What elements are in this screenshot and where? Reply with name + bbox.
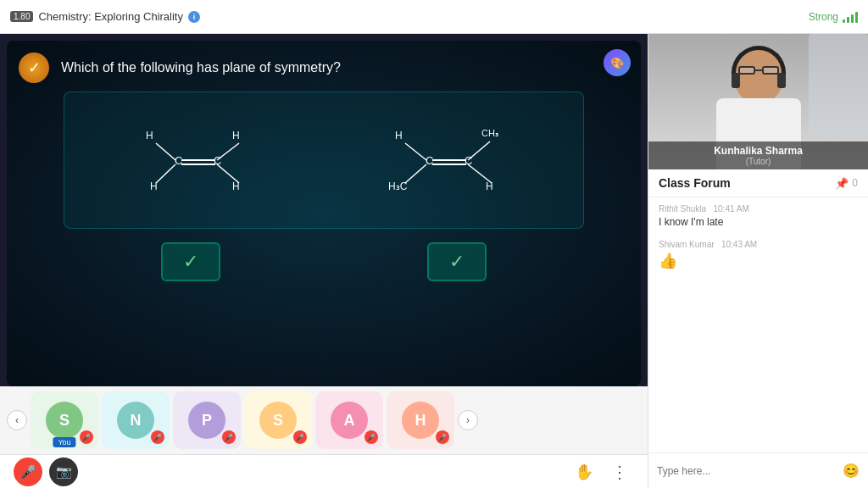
mic-button[interactable]: 🎤	[14, 458, 42, 486]
question-text: Which of the following has plane of symm…	[61, 60, 341, 75]
svg-line-11	[217, 164, 239, 183]
pin-icon: 📌	[835, 177, 849, 190]
participant-tile: H 🎤	[387, 391, 454, 449]
tutor-role: (Tutor)	[655, 157, 861, 166]
top-bar-left: 1.80 Chemistry: Exploring Chirality i	[10, 10, 200, 23]
svg-line-20	[405, 143, 426, 160]
forum-input-row[interactable]: 😊	[648, 452, 868, 488]
svg-line-23	[468, 164, 492, 183]
message-meta: Shivam Kumar 10:43 AM	[659, 240, 858, 249]
participant-avatar: H	[402, 402, 439, 439]
question-header: ✓ Which of the following has plane of sy…	[7, 41, 641, 92]
participant-tile: N 🎤	[102, 391, 170, 449]
camera-button[interactable]: 📷	[49, 458, 78, 486]
mute-icon: 🎤	[436, 430, 449, 444]
pin-count: 0	[852, 177, 858, 189]
page-title: Chemistry: Exploring Chirality	[38, 10, 183, 23]
svg-text:H: H	[232, 130, 240, 141]
molecule-2-svg: C C H H₃C CH₃ H	[364, 109, 534, 211]
participant-avatar: N	[117, 402, 154, 439]
tutor-name-bar: Kunhalika Sharma (Tutor)	[648, 141, 868, 169]
svg-line-8	[156, 143, 175, 160]
message-time: 10:43 AM	[721, 240, 757, 249]
svg-text:H₃C: H₃C	[388, 180, 408, 192]
forum-input[interactable]	[657, 465, 836, 477]
message-sender: Shivam Kumar	[659, 240, 715, 249]
media-controls: 🎤 📷	[14, 458, 78, 486]
signal-area: Strong	[809, 11, 858, 23]
right-panel: Kunhalika Sharma (Tutor) Class Forum 📌 0…	[648, 34, 868, 488]
forum-header: Class Forum 📌 0	[648, 169, 868, 197]
slide-background: ✓ Which of the following has plane of sy…	[7, 41, 641, 386]
participant-avatar: S	[46, 402, 83, 439]
more-options-button[interactable]: ⋮	[605, 458, 634, 486]
mute-icon: 🎤	[80, 430, 93, 444]
bottom-controls: 🎤 📷 ✋ ⋮	[0, 454, 648, 488]
participant-tile: S You 🎤	[31, 391, 98, 449]
signal-bars-icon	[843, 11, 858, 23]
participant-avatar: S	[259, 402, 297, 439]
molecules-row: C C H H H H	[73, 109, 574, 211]
check-circle-icon: ✓	[19, 53, 49, 83]
svg-line-21	[405, 164, 426, 183]
info-icon[interactable]: i	[188, 11, 200, 23]
forum-title: Class Forum	[659, 176, 731, 190]
mute-icon: 🎤	[293, 430, 307, 444]
participant-tile: P 🎤	[173, 391, 241, 449]
svg-line-9	[156, 164, 175, 183]
message-item: Shivam Kumar 10:43 AM 👍	[659, 240, 858, 270]
emoji-picker-button[interactable]: 😊	[843, 463, 860, 479]
mute-icon: 🎤	[364, 430, 378, 444]
svg-text:H: H	[486, 180, 493, 192]
action-controls: ✋ ⋮	[570, 458, 634, 486]
svg-text:C: C	[426, 154, 433, 167]
svg-line-22	[468, 141, 490, 160]
answer-btn-1[interactable]: ✓	[161, 242, 220, 281]
slide-area: ✓ Which of the following has plane of sy…	[7, 41, 641, 386]
participants-bar: ‹ S You 🎤 N 🎤 P 🎤 S 🎤 A 🎤	[0, 386, 648, 454]
you-badge: You	[53, 437, 75, 447]
mute-icon: 🎤	[222, 430, 236, 444]
message-time: 10:41 AM	[713, 204, 748, 214]
answer-btn-2[interactable]: ✓	[427, 242, 487, 281]
version-badge: 1.80	[10, 11, 33, 22]
participant-avatar: A	[331, 402, 368, 439]
message-sender: Rithit Shukla	[659, 204, 706, 214]
svg-text:H: H	[146, 130, 153, 141]
slide-avatar: 🎨	[604, 49, 631, 76]
answer-row: ✓ ✓	[7, 242, 641, 281]
raise-hand-button[interactable]: ✋	[570, 458, 598, 486]
message-meta: Rithit Shukla 10:41 AM	[659, 204, 858, 214]
tutor-video: Kunhalika Sharma (Tutor)	[648, 34, 868, 169]
left-panel: ✓ Which of the following has plane of sy…	[0, 34, 648, 488]
forum-messages: Rithit Shukla 10:41 AM I know I'm late S…	[648, 197, 868, 452]
participant-tile: A 🎤	[315, 391, 383, 449]
svg-text:C: C	[175, 154, 182, 167]
prev-participant-button[interactable]: ‹	[7, 410, 27, 430]
message-text: I know I'm late	[659, 216, 858, 228]
mute-icon: 🎤	[151, 430, 164, 444]
pin-area: 📌 0	[835, 177, 858, 190]
signal-label: Strong	[809, 11, 838, 23]
message-text: 👍	[659, 252, 858, 270]
molecule-box: C C H H H H	[64, 92, 583, 229]
participant-avatar: P	[188, 402, 225, 439]
svg-text:CH₃: CH₃	[481, 128, 498, 138]
message-item: Rithit Shukla 10:41 AM I know I'm late	[659, 204, 858, 228]
svg-line-10	[217, 143, 239, 160]
tutor-name: Kunhalika Sharma	[655, 145, 861, 157]
participant-tile: S 🎤	[244, 391, 312, 449]
main-content: ✓ Which of the following has plane of sy…	[0, 34, 868, 488]
molecule-1-svg: C C H H H H	[114, 109, 283, 211]
top-bar: 1.80 Chemistry: Exploring Chirality i St…	[0, 0, 868, 34]
svg-text:H: H	[395, 130, 403, 141]
next-participant-button[interactable]: ›	[458, 410, 478, 430]
